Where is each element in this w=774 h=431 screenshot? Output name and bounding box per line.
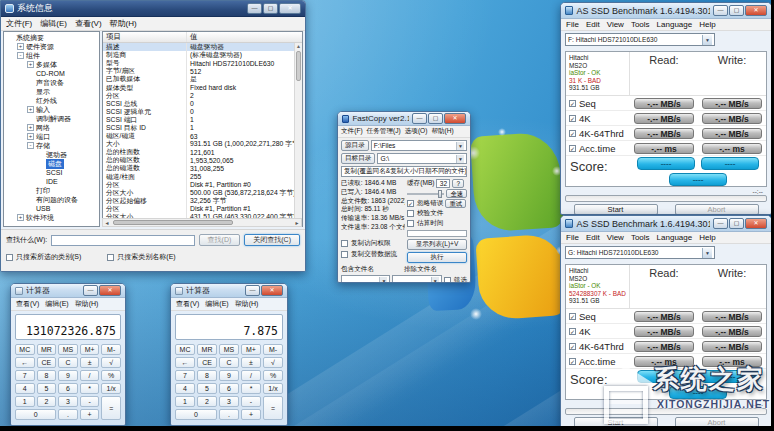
- dropdown-arrow-icon[interactable]: ▼: [702, 248, 712, 258]
- menu-item[interactable]: 帮助(H): [431, 127, 453, 136]
- menu-item[interactable]: Language: [657, 20, 693, 29]
- listing-button[interactable]: 显示列表(L)+V: [407, 239, 467, 250]
- calc-key[interactable]: +: [241, 409, 261, 420]
- minimize-button[interactable]: —: [247, 3, 262, 14]
- minimize-button[interactable]: —: [713, 5, 728, 16]
- retry-button[interactable]: 重试: [445, 199, 466, 208]
- maximize-button[interactable]: ▢: [428, 113, 443, 124]
- exclude-filter-combo[interactable]: ▼: [392, 275, 441, 283]
- close-button[interactable]: ✕: [261, 285, 283, 296]
- calc-key[interactable]: 1: [175, 396, 195, 407]
- estimate-checkbox[interactable]: 估算时间: [407, 219, 467, 228]
- title-bar[interactable]: AS SSD Benchmark 1.6.4194.30125 — ▢ ✕: [561, 3, 771, 19]
- tree-item[interactable]: 有问题的设备: [4, 195, 99, 204]
- tree-toggle-icon[interactable]: +: [17, 214, 24, 221]
- test-checkbox[interactable]: [569, 343, 576, 350]
- menu-item[interactable]: 编辑(E): [45, 299, 68, 309]
- calc-key[interactable]: √: [101, 357, 121, 368]
- start-button[interactable]: Start: [574, 204, 658, 215]
- dest-dir-button[interactable]: 目标目录: [341, 153, 375, 164]
- drive-select-combo[interactable]: F: Hitachi HDS721010DLE630 ▼: [565, 33, 715, 46]
- tree-item[interactable]: IDE: [4, 177, 99, 186]
- calc-key[interactable]: M-: [263, 344, 283, 355]
- close-button[interactable]: ✕: [745, 218, 767, 229]
- calc-key[interactable]: .: [219, 409, 239, 420]
- test-checkbox[interactable]: [569, 358, 576, 365]
- tree-toggle-icon[interactable]: +: [27, 106, 34, 113]
- menu-item[interactable]: File: [566, 233, 579, 242]
- calc-key[interactable]: M+: [241, 344, 261, 355]
- tree-toggle-icon[interactable]: +: [27, 61, 34, 68]
- calc-key[interactable]: 7: [175, 370, 195, 381]
- test-checkbox[interactable]: [569, 100, 576, 107]
- column-header-value[interactable]: 值: [187, 32, 302, 42]
- calc-key[interactable]: =: [101, 396, 121, 420]
- calc-key[interactable]: 8: [37, 370, 57, 381]
- menu-item[interactable]: 查看(V): [176, 299, 199, 309]
- menu-item[interactable]: 查看(V): [16, 299, 39, 309]
- calc-key[interactable]: =: [263, 396, 283, 420]
- calc-key[interactable]: 4: [175, 383, 195, 394]
- calc-key[interactable]: C: [58, 357, 78, 368]
- menu-item[interactable]: 文件(F): [341, 127, 363, 136]
- calc-key[interactable]: CE: [37, 357, 57, 368]
- dropdown-arrow-icon[interactable]: ▼: [456, 142, 464, 150]
- source-path-combo[interactable]: F:\Files▼: [371, 140, 467, 151]
- menu-item[interactable]: 帮助(H): [110, 18, 137, 29]
- column-header-item[interactable]: 项目: [103, 32, 187, 42]
- tree-toggle-icon[interactable]: +: [17, 43, 24, 50]
- scroll-left-arrow-icon[interactable]: ◄: [103, 220, 111, 226]
- calc-key[interactable]: 1/x: [263, 383, 283, 394]
- tree-item[interactable]: 磁盘: [4, 159, 99, 168]
- calc-key[interactable]: 9: [58, 370, 78, 381]
- calc-key[interactable]: ±: [80, 357, 100, 368]
- slider-thumb[interactable]: [438, 190, 442, 198]
- find-button[interactable]: 查找(D): [199, 234, 241, 246]
- close-button[interactable]: ✕: [279, 3, 301, 14]
- maximize-button[interactable]: ▢: [263, 3, 278, 14]
- calc-key[interactable]: C: [219, 357, 239, 368]
- calc-key[interactable]: 2: [37, 396, 57, 407]
- verify-checkbox[interactable]: 校验文件: [407, 209, 467, 218]
- tree-item[interactable]: 声音设备: [4, 78, 99, 87]
- calc-key[interactable]: √: [263, 357, 283, 368]
- tree-item[interactable]: + 软件环境: [4, 213, 99, 222]
- horizontal-scrollbar[interactable]: ◄ ►: [102, 218, 302, 227]
- menu-item[interactable]: Help: [699, 233, 715, 242]
- calc-key[interactable]: 8: [197, 370, 217, 381]
- calc-key[interactable]: +: [80, 409, 100, 420]
- calc-key[interactable]: 5: [37, 383, 57, 394]
- test-checkbox[interactable]: [569, 130, 576, 137]
- source-dir-button[interactable]: 源目录: [341, 140, 369, 151]
- calc-key[interactable]: 6: [219, 383, 239, 394]
- calc-key[interactable]: 3: [219, 396, 239, 407]
- tree-item[interactable]: + 端口: [4, 132, 99, 141]
- calc-key[interactable]: 6: [58, 383, 78, 394]
- calc-key[interactable]: 3: [58, 396, 78, 407]
- menu-item[interactable]: 帮助(H): [235, 299, 259, 309]
- filter-checkbox[interactable]: 筛选: [444, 276, 467, 283]
- menu-item[interactable]: File: [566, 20, 579, 29]
- menu-item[interactable]: 编辑(E): [205, 299, 228, 309]
- buffer-help-button[interactable]: ?: [452, 179, 464, 188]
- title-bar[interactable]: FastCopy ver2.11 — ▢ ✕: [338, 112, 470, 126]
- maximize-button[interactable]: ▢: [729, 5, 744, 16]
- calc-key[interactable]: MS: [219, 344, 239, 355]
- calc-key[interactable]: -: [241, 396, 261, 407]
- title-bar[interactable]: 系统信息 — ▢ ✕: [1, 1, 305, 17]
- calc-key[interactable]: /: [241, 370, 261, 381]
- tree-item[interactable]: 红外线: [4, 96, 99, 105]
- tree-item[interactable]: + 多媒体: [4, 60, 99, 69]
- close-button[interactable]: ✕: [444, 113, 466, 124]
- calc-key[interactable]: -: [80, 396, 100, 407]
- menu-item[interactable]: Edit: [586, 233, 600, 242]
- close-button[interactable]: ✕: [99, 285, 121, 296]
- calc-key[interactable]: %: [263, 370, 283, 381]
- menu-item[interactable]: Tools: [631, 20, 650, 29]
- tree-item[interactable]: SCSI: [4, 168, 99, 177]
- vertical-scrollbar[interactable]: ▲: [294, 43, 302, 226]
- tree-item[interactable]: 调制解调器: [4, 114, 99, 123]
- tree-toggle-icon[interactable]: -: [17, 52, 24, 59]
- title-bar[interactable]: 计算器 — ✕: [11, 284, 125, 298]
- menu-item[interactable]: 文件(F): [6, 18, 32, 29]
